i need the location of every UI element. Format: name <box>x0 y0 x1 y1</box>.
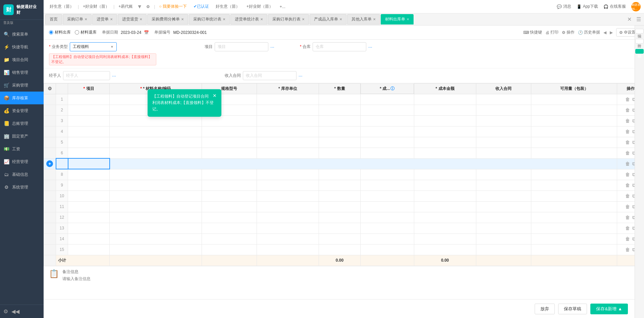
row-cost[interactable] <box>361 191 414 201</box>
tab-close-icon[interactable]: ✕ <box>85 17 87 21</box>
tab-purchase-expense[interactable]: 采购费用分摊单 ✕ <box>147 14 188 24</box>
row-cost[interactable] <box>361 115 414 126</box>
row-material[interactable] <box>110 244 202 255</box>
row-material[interactable] <box>110 212 202 223</box>
row-income-contract[interactable] <box>476 233 531 244</box>
row-spec[interactable] <box>202 148 257 158</box>
row-project[interactable] <box>68 244 110 255</box>
sidebar-item-shortcut[interactable]: ⚡ 快捷导航 <box>0 41 44 53</box>
row-spec[interactable] <box>202 137 257 148</box>
tab-close-icon[interactable]: ✕ <box>223 17 225 21</box>
sidebar-item-finance[interactable]: 💰 资金管理 <box>0 104 44 117</box>
row-material[interactable] <box>110 169 202 180</box>
row-available[interactable] <box>531 148 617 158</box>
row-cost-amount[interactable] <box>414 115 476 126</box>
row-income-contract[interactable] <box>476 115 531 126</box>
online-service-btn[interactable]: 🎧 在线客服 <box>603 4 626 9</box>
radio-return-input[interactable] <box>75 30 79 35</box>
row-quantity[interactable] <box>319 223 360 233</box>
col-stock-unit[interactable]: * 库存单位 <box>257 84 319 94</box>
row-quantity[interactable] <box>319 94 360 105</box>
row-cost[interactable] <box>361 94 414 105</box>
col-cost-amount[interactable]: * 成本金额 <box>414 84 476 94</box>
row-cost[interactable] <box>361 137 414 148</box>
row-stock-unit[interactable] <box>257 244 319 255</box>
row-stock-unit[interactable] <box>257 223 319 233</box>
row-cost-amount[interactable] <box>414 201 476 212</box>
row-cost-amount[interactable] <box>414 126 476 137</box>
tab-close-icon[interactable]: ✕ <box>260 17 263 21</box>
sidebar-settings-icon[interactable]: ⚙ <box>3 308 8 315</box>
row-spec[interactable] <box>202 244 257 255</box>
row-income-contract[interactable] <box>476 212 531 223</box>
row-stock-unit[interactable] <box>257 212 319 223</box>
row-quantity[interactable] <box>319 233 360 244</box>
row-income-contract[interactable] <box>476 126 531 137</box>
row-available[interactable] <box>531 212 617 223</box>
row-income-contract[interactable] <box>476 94 531 105</box>
row-material[interactable] <box>110 148 202 158</box>
col-cost[interactable]: * 成... ⓘ <box>361 84 414 94</box>
row-cell-edit2[interactable] <box>68 158 110 169</box>
row-quantity[interactable] <box>319 169 360 180</box>
nav-next-icon[interactable]: ▶ <box>610 30 613 35</box>
tab-purchase-stats[interactable]: 采购订单统计表 ✕ <box>189 14 230 24</box>
radio-material-return[interactable]: 材料退库 <box>75 30 97 35</box>
row-cell-3[interactable] <box>110 158 617 169</box>
row-cost-amount[interactable] <box>414 223 476 233</box>
row-cost[interactable] <box>361 233 414 244</box>
row-stock-unit[interactable] <box>257 115 319 126</box>
row-cost-amount[interactable] <box>414 191 476 201</box>
row-quantity[interactable] <box>319 180 360 191</box>
chevron-down-icon[interactable]: ▼ <box>137 4 142 10</box>
income-contract-input[interactable]: 收入合同 <box>243 71 297 80</box>
business-type-input[interactable]: 工程领料 ▼ <box>70 42 117 51</box>
warehouse-input[interactable]: 仓库 <box>313 42 366 51</box>
delete-icon[interactable]: 🗑 <box>625 150 631 156</box>
tab-close-icon[interactable]: ✕ <box>407 17 409 21</box>
topbar-haoshengyi2[interactable]: 好生意（苗） <box>213 2 243 11</box>
delete-icon[interactable]: 🗑 <box>625 128 631 135</box>
sidebar-item-system[interactable]: ⚙ 系统管理 <box>0 181 44 194</box>
row-project[interactable] <box>68 191 110 201</box>
row-cost-amount[interactable] <box>414 244 476 255</box>
delete-icon[interactable]: 🗑 <box>625 235 631 242</box>
row-spec[interactable] <box>202 115 257 126</box>
tab-close-icon[interactable]: ✕ <box>373 17 376 21</box>
row-available[interactable] <box>531 201 617 212</box>
row-cost-amount[interactable] <box>414 137 476 148</box>
row-stock-unit[interactable] <box>257 105 319 115</box>
delete-icon[interactable]: 🗑 <box>625 139 631 146</box>
row-available[interactable] <box>531 115 617 126</box>
row-cost-amount[interactable] <box>414 105 476 115</box>
row-project[interactable] <box>68 105 110 115</box>
col-project[interactable]: 项目 <box>68 84 110 94</box>
sidebar-item-business[interactable]: 📈 经营管理 <box>0 155 44 168</box>
project-more-icon[interactable]: ··· <box>270 44 274 50</box>
row-project[interactable] <box>68 233 110 244</box>
row-material[interactable] <box>110 137 202 148</box>
tooltip-close-icon[interactable]: ✕ <box>213 93 217 98</box>
topbar-haoyecai2[interactable]: +好业财（苗） <box>244 2 276 11</box>
row-project[interactable] <box>68 148 110 158</box>
tab-purchase-exec[interactable]: 采购订单执行表 ✕ <box>268 14 309 24</box>
info-icon[interactable]: ⓘ <box>390 86 394 92</box>
row-available[interactable] <box>531 223 617 233</box>
sidebar-item-accounting[interactable]: 📒 总账管理 <box>0 117 44 130</box>
topbar-haoyecai[interactable]: +好业财（苗） <box>80 2 112 11</box>
row-material[interactable] <box>110 223 202 233</box>
row-project[interactable] <box>68 137 110 148</box>
row-cost[interactable] <box>361 180 414 191</box>
topbar-experience[interactable]: ○ 我要体验一下 <box>156 2 190 11</box>
sidebar-item-base-info[interactable]: 🗂 基础信息 <box>0 168 44 181</box>
row-available[interactable] <box>531 180 617 191</box>
handler-more-icon[interactable]: ··· <box>112 73 116 78</box>
row-cost[interactable] <box>361 212 414 223</box>
radio-out-input[interactable] <box>49 30 53 35</box>
row-cost[interactable] <box>361 244 414 255</box>
row-project[interactable] <box>68 115 110 126</box>
row-quantity[interactable] <box>319 191 360 201</box>
row-project[interactable] <box>68 212 110 223</box>
col-settings-icon[interactable]: ⚙ <box>48 86 52 91</box>
tab-close-icon[interactable]: ✕ <box>339 17 342 21</box>
